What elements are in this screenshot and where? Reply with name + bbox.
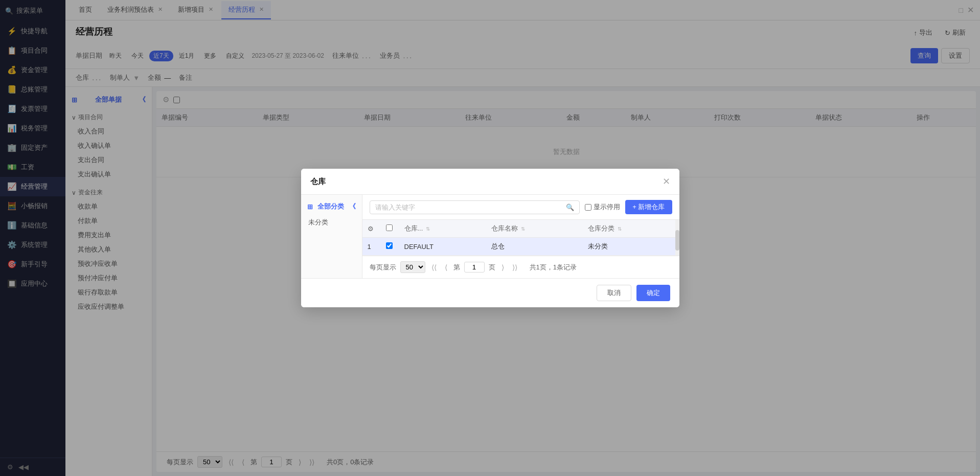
modal-page-label: 第 (453, 263, 460, 272)
modal-search-input[interactable] (375, 203, 563, 211)
col-warehouse-category: 仓库分类 ⇅ (583, 220, 679, 238)
modal-page-input[interactable] (464, 262, 485, 273)
row-checkbox[interactable] (381, 238, 399, 256)
modal-left-uncategorized[interactable]: 未分类 (301, 214, 362, 231)
modal-left-header[interactable]: ⊞ 全部分类 《 (301, 199, 362, 214)
modal-header: 仓库 ✕ (301, 169, 679, 195)
modal-next-page-button[interactable]: ⟩ (499, 262, 506, 273)
modal-last-page-button[interactable]: ⟩⟩ (510, 262, 519, 273)
row-category: 未分类 (583, 238, 679, 256)
modal-first-page-button[interactable]: ⟨⟨ (429, 262, 439, 273)
table-row[interactable]: 1 DEFAULT 总仓 未分类 (362, 238, 679, 256)
modal-page-unit: 页 (489, 263, 495, 272)
row-index: 1 (362, 238, 381, 256)
modal-actions: 取消 确定 (301, 278, 679, 307)
modal-scrollbar-track[interactable] (675, 220, 679, 256)
confirm-button[interactable]: 确定 (636, 285, 670, 301)
col-warehouse-code: 仓库... ⇅ (399, 220, 487, 238)
modal-per-page-label: 每页显示 (370, 263, 396, 272)
show-disabled-checkbox[interactable] (585, 204, 591, 211)
show-disabled-label[interactable]: 显示停用 (585, 202, 620, 212)
modal-table-wrap[interactable]: ⚙ 仓库... ⇅ 仓库名称 ⇅ (362, 220, 679, 256)
all-category-icon: ⊞ (307, 203, 313, 211)
modal-scrollbar-thumb[interactable] (675, 230, 679, 251)
modal-left-toggle-icon[interactable]: 《 (349, 202, 356, 211)
sort-cat-icon: ⇅ (618, 226, 622, 232)
col-settings: ⚙ (362, 220, 381, 238)
modal-title: 仓库 (310, 177, 326, 187)
row-code: DEFAULT (399, 238, 487, 256)
sort-name-icon: ⇅ (521, 226, 525, 232)
col-warehouse-name: 仓库名称 ⇅ (486, 220, 583, 238)
modal-table-body: 1 DEFAULT 总仓 未分类 (362, 238, 679, 256)
modal-search-icon: 🔍 (566, 203, 574, 211)
modal-table-head: ⚙ 仓库... ⇅ 仓库名称 ⇅ (362, 220, 679, 238)
modal-total-label: 共1页，1条记录 (530, 263, 577, 272)
select-all-warehouse-checkbox[interactable] (386, 224, 393, 231)
cancel-button[interactable]: 取消 (597, 285, 631, 301)
modal-per-page-select[interactable]: 50 (400, 261, 425, 273)
modal-warehouse: 仓库 ✕ ⊞ 全部分类 《 未分类 🔍 (301, 169, 679, 307)
modal-prev-page-button[interactable]: ⟨ (443, 262, 449, 273)
sort-code-icon: ⇅ (426, 226, 430, 232)
modal-close-button[interactable]: ✕ (663, 176, 670, 187)
all-category-label: 全部分类 (317, 202, 344, 211)
add-warehouse-button[interactable]: + 新增仓库 (625, 200, 672, 214)
show-disabled-text: 显示停用 (594, 202, 620, 212)
col-checkbox (381, 220, 399, 238)
row-name: 总仓 (486, 238, 583, 256)
modal-right-panel: 🔍 显示停用 + 新增仓库 ⚙ (362, 195, 679, 278)
modal-right-toolbar: 🔍 显示停用 + 新增仓库 (362, 195, 679, 220)
modal-search-box: 🔍 (370, 200, 580, 214)
modal-left-panel: ⊞ 全部分类 《 未分类 (301, 195, 362, 278)
modal-overlay[interactable]: 仓库 ✕ ⊞ 全部分类 《 未分类 🔍 (0, 0, 980, 476)
modal-warehouse-table: ⚙ 仓库... ⇅ 仓库名称 ⇅ (362, 220, 679, 256)
modal-pagination-bar: 每页显示 50 ⟨⟨ ⟨ 第 页 ⟩ ⟩⟩ 共1页，1条记录 (362, 256, 679, 278)
modal-body: ⊞ 全部分类 《 未分类 🔍 显示停用 (301, 195, 679, 278)
